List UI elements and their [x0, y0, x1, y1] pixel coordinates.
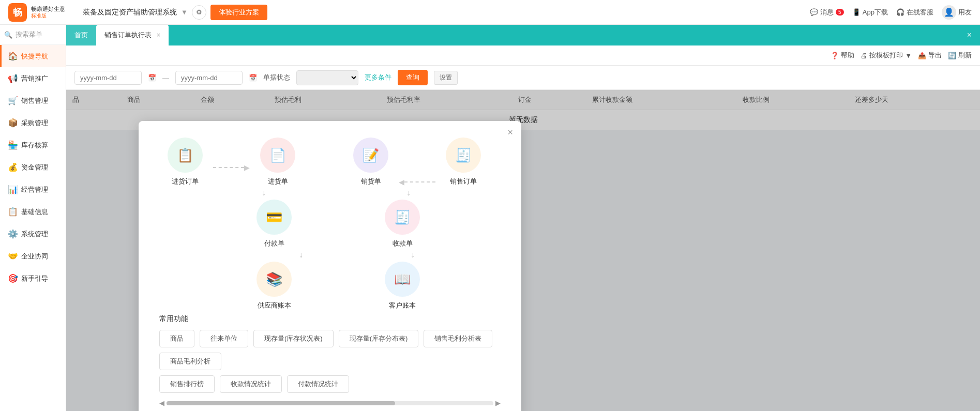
refresh-button[interactable]: 🔄 刷新 — [948, 51, 972, 60]
sidebar-item-system[interactable]: ⚙️ 系统管理 — [0, 223, 66, 245]
message-badge: 5 — [836, 9, 844, 16]
scrollbar-track[interactable] — [167, 401, 493, 405]
print-dropdown-icon: ▼ — [905, 52, 912, 59]
common-title: 常用功能 — [159, 314, 501, 324]
more-conditions-link[interactable]: 更多条件 — [365, 73, 391, 82]
btn-contacts[interactable]: 往来单位 — [200, 330, 248, 347]
help-icon: ❓ — [831, 52, 839, 59]
purchase-order-circle[interactable]: 📋 — [168, 138, 203, 173]
logo-area: 畅 畅康通好生意 标准版 — [8, 3, 74, 22]
flow-item-sales-bill: 📝 销货单 — [345, 138, 397, 186]
supplier-ledger-label: 供应商账本 — [258, 301, 291, 310]
scrollbar-row: ◀ ▶ — [159, 399, 501, 407]
scroll-right-icon[interactable]: ▶ — [495, 399, 501, 407]
customer-ledger-circle[interactable]: 📖 — [385, 262, 420, 297]
tab-sales-order[interactable]: 销售订单执行表 × — [96, 25, 169, 45]
sidebar-item-basic-info[interactable]: 📋 基础信息 — [0, 201, 66, 223]
purchase-bill-circle[interactable]: 📄 — [260, 138, 295, 173]
basic-info-icon: 📋 — [8, 207, 17, 217]
btn-payment-stats[interactable]: 付款情况统计 — [287, 375, 349, 393]
marketing-icon: 📢 — [8, 73, 17, 83]
btn-product[interactable]: 商品 — [159, 330, 194, 347]
sidebar-item-marketing[interactable]: 📢 营销推广 — [0, 67, 66, 89]
export-icon: 📤 — [918, 52, 926, 59]
print-button[interactable]: 🖨 按模板打印 ▼ — [861, 51, 912, 60]
payment-bill-circle[interactable]: 💳 — [257, 200, 292, 235]
tab-home[interactable]: 首页 — [66, 25, 96, 45]
btn-stock-dist[interactable]: 现存量(库存分布表) — [339, 330, 419, 347]
modal-close-button[interactable]: × — [507, 127, 513, 138]
date-from-input[interactable] — [74, 71, 142, 85]
inventory-icon: 🏪 — [8, 140, 17, 150]
system-dropdown-icon[interactable]: ▼ — [181, 8, 188, 16]
modal-scrollbar[interactable]: ◀ ▶ — [159, 399, 501, 407]
tab-close-icon[interactable]: × — [157, 32, 160, 39]
arrow-down-2: ↓ — [391, 188, 426, 197]
app-wrapper: 畅 畅康通好生意 标准版 装备及固定资产辅助管理系统 ▼ ⚙ 体验行业方案 💬 … — [0, 0, 980, 411]
sidebar-item-quick-nav[interactable]: 🏠 快捷导航 — [0, 45, 66, 67]
experience-button[interactable]: 体验行业方案 — [210, 5, 267, 20]
dashed-line-2 — [404, 181, 435, 182]
btn-sales-rank[interactable]: 销售排行榜 — [159, 375, 215, 393]
scroll-left-icon[interactable]: ◀ — [159, 399, 164, 407]
flow-item-receipt-bill: 🧾 收款单 — [376, 200, 428, 248]
main-content: 品 商品 金额 预估毛利 预估毛利率 订金 累计收款金额 收款比例 还差多少天 — [66, 90, 980, 411]
app-download-button[interactable]: 📱 App下载 — [852, 8, 888, 17]
export-button[interactable]: 📤 导出 — [918, 51, 942, 60]
btn-receipt-stats[interactable]: 收款情况统计 — [220, 375, 282, 393]
settings-button[interactable]: ⚙ — [192, 5, 206, 20]
online-service-button[interactable]: 🎧 在线客服 — [896, 8, 933, 17]
settings-small-button[interactable]: 设置 — [434, 71, 458, 85]
sidebar-item-finance[interactable]: 💰 资金管理 — [0, 156, 66, 178]
guide-icon: 🎯 — [8, 273, 17, 283]
calendar-icon: 📅 — [148, 74, 156, 82]
flow-row-3: 📚 供应商账本 📖 — [159, 262, 501, 310]
sales-order-circle[interactable]: 🧾 — [446, 138, 481, 173]
sidebar-item-collab[interactable]: 🤝 企业协同 — [0, 245, 66, 267]
supplier-ledger-circle[interactable]: 📚 — [257, 262, 292, 297]
sidebar-item-inventory[interactable]: 🏪 库存核算 — [0, 134, 66, 156]
flow-arrows-down-row2: ↓ ↓ — [159, 250, 501, 260]
payment-bill-icon: 💳 — [266, 209, 282, 225]
flow-arrows-down-row: ↓ ↓ — [159, 188, 501, 197]
user-name: 用友 — [958, 8, 972, 17]
customer-ledger-label: 客户账本 — [389, 301, 416, 310]
sidebar-item-purchase[interactable]: 📦 采购管理 — [0, 112, 66, 134]
sidebar-item-sales[interactable]: 🛒 销售管理 — [0, 89, 66, 112]
arrow-down-4: ↓ — [395, 250, 430, 260]
sidebar: 🔍 搜索菜单 🏠 快捷导航 📢 营销推广 🛒 销售管理 📦 — [0, 25, 66, 411]
flow-item-customer-ledger: 📖 客户账本 — [376, 262, 428, 310]
receipt-bill-circle[interactable]: 🧾 — [385, 200, 420, 235]
common-buttons-row1: 商品 往来单位 现存量(库存状况表) 现存量(库存分布表) 销售毛利分析表 商品… — [159, 330, 501, 370]
user-area[interactable]: 👤 用友 — [942, 5, 972, 20]
btn-product-margin[interactable]: 商品毛利分析 — [159, 353, 221, 370]
btn-sales-margin[interactable]: 销售毛利分析表 — [424, 330, 492, 347]
search-inner[interactable]: 🔍 搜索菜单 — [4, 30, 62, 39]
query-button[interactable]: 查询 — [398, 70, 428, 85]
flow-item-purchase-order: 📋 进货订单 — [159, 138, 211, 186]
status-select[interactable] — [296, 70, 358, 85]
sidebar-search[interactable]: 🔍 搜索菜单 — [0, 25, 66, 45]
system-icon: ⚙️ — [8, 229, 17, 239]
sales-bill-circle[interactable]: 📝 — [353, 138, 388, 173]
receipt-bill-icon: 🧾 — [394, 209, 411, 225]
arrow-down-3: ↓ — [283, 250, 319, 260]
tab-bar-close-button[interactable]: × — [967, 31, 972, 40]
sidebar-nav: 🏠 快捷导航 📢 营销推广 🛒 销售管理 📦 采购管理 🏪 库存核 — [0, 45, 66, 411]
help-button[interactable]: ❓ 帮助 — [831, 51, 854, 60]
top-bar: 畅 畅康通好生意 标准版 装备及固定资产辅助管理系统 ▼ ⚙ 体验行业方案 💬 … — [0, 0, 980, 25]
flow-item-sales-order: 🧾 销售订单 — [438, 138, 489, 186]
print-icon: 🖨 — [861, 52, 867, 59]
common-section: 常用功能 商品 往来单位 现存量(库存状况表) 现存量(库存分布表) 销售毛利分… — [159, 314, 501, 393]
common-buttons-row2: 销售排行榜 收款情况统计 付款情况统计 — [159, 375, 501, 393]
dashed-line-1 — [213, 167, 244, 168]
purchase-order-icon: 📋 — [177, 147, 193, 163]
scrollbar-thumb — [167, 401, 395, 405]
message-button[interactable]: 💬 消息 5 — [810, 8, 844, 17]
sidebar-item-guide[interactable]: 🎯 新手引导 — [0, 267, 66, 290]
sidebar-item-operations[interactable]: 📊 经营管理 — [0, 178, 66, 201]
date-to-input[interactable] — [175, 71, 243, 85]
sales-bill-icon: 📝 — [363, 147, 379, 163]
calendar-icon2: 📅 — [249, 74, 257, 82]
btn-stock-status[interactable]: 现存量(库存状况表) — [253, 330, 334, 347]
